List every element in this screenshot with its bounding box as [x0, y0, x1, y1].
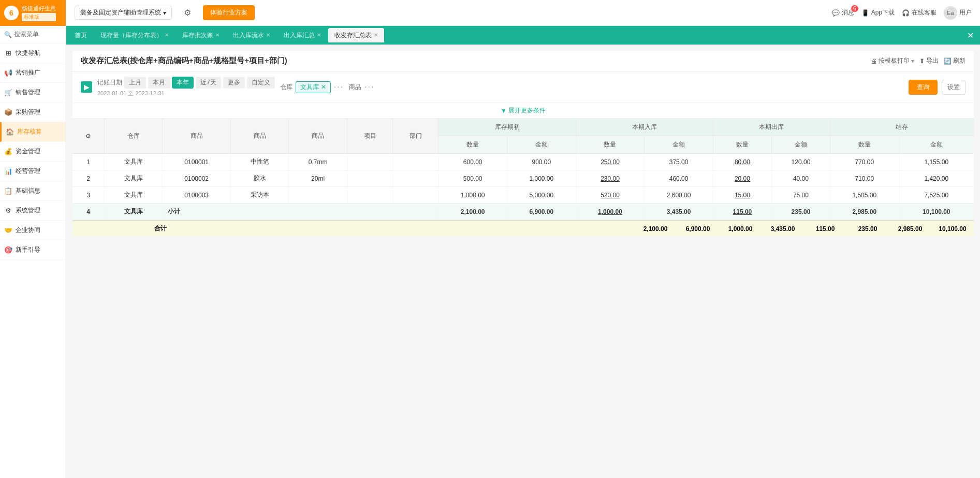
refresh-icon: 🔄 — [944, 57, 952, 65]
warehouse-tag[interactable]: 文具库 ✕ — [296, 81, 331, 93]
row3-in-qty-link[interactable]: 520.00 — [601, 192, 620, 199]
tab-home[interactable]: 首页 — [68, 28, 93, 42]
date-btn-this-month[interactable]: 本月 — [148, 77, 170, 89]
row2-spec: 20ml — [289, 170, 347, 187]
row2-bal-amt: 1,420.00 — [899, 170, 974, 187]
online-service-btn[interactable]: 🎧 在线客服 — [902, 8, 937, 17]
user-btn[interactable]: Ea 用户 — [944, 6, 972, 20]
tabbar: 首页 现存量（库存分布表） ✕ 库存批次账 ✕ 出入库流水 ✕ 出入库汇总 ✕ … — [66, 26, 980, 45]
app-download-btn[interactable]: 📱 App下载 — [861, 8, 895, 17]
refresh-btn[interactable]: 🔄 刷新 — [944, 56, 966, 65]
subtotal-in-qty-link[interactable]: 1,000.00 — [598, 208, 622, 215]
sidebar-item-guide[interactable]: 🎯 新手引导 — [0, 240, 66, 260]
warehouse-dots-btn[interactable]: ··· — [334, 82, 344, 92]
row1-code: 0100001 — [162, 154, 231, 170]
expand-conditions-btn[interactable]: ▼ 展开更多条件 — [501, 106, 546, 115]
row1-project — [347, 154, 393, 170]
row2-in-qty-link[interactable]: 230.00 — [601, 175, 620, 182]
sidebar-item-finance[interactable]: 💰 资金管理 — [0, 142, 66, 162]
row3-out-qty[interactable]: 15.00 — [713, 187, 771, 204]
tab-inventory-dist[interactable]: 现存量（库存分布表） ✕ — [94, 28, 175, 42]
sidebar-item-inventory[interactable]: 🏠 库存核算 — [0, 122, 66, 142]
date-btn-7days[interactable]: 近7天 — [196, 77, 221, 89]
date-btn-this-year[interactable]: 本年 — [172, 77, 194, 89]
tabbar-close-btn[interactable]: ✕ — [963, 28, 978, 42]
col-out-header: 本期出库 — [713, 119, 830, 136]
guide-icon: 🎯 — [4, 246, 12, 254]
date-filter-row: 记账日期 上月 本月 本年 近7天 更多 自定义 — [97, 77, 275, 89]
row3-bal-qty: 1,505.00 — [830, 187, 899, 204]
tab-inventory-dist-close[interactable]: ✕ — [165, 33, 169, 38]
date-btn-custom[interactable]: 自定义 — [247, 77, 275, 89]
expand-arrow-icon: ▼ — [501, 107, 507, 114]
message-btn[interactable]: 💬 消息 6 — [832, 8, 854, 17]
row2-out-qty-link[interactable]: 20.00 — [735, 175, 750, 182]
topbar-right: 💬 消息 6 📱 App下载 🎧 在线客服 Ea 用户 — [832, 6, 972, 20]
col-warehouse-header: 仓库 — [105, 119, 163, 154]
row2-in-qty[interactable]: 230.00 — [576, 170, 645, 187]
sidebar-item-label: 新手引导 — [16, 245, 40, 254]
col-settings-header[interactable]: ⚙ — [72, 119, 105, 154]
tab-summary-in-out-close[interactable]: ✕ — [317, 33, 321, 38]
date-btn-last-month[interactable]: 上月 — [124, 77, 146, 89]
tab-flow[interactable]: 出入库流水 ✕ — [227, 28, 276, 42]
operation-icon: 📊 — [4, 167, 12, 176]
tab-batch[interactable]: 库存批次账 ✕ — [176, 28, 226, 42]
system-icon: ⚙ — [4, 207, 12, 215]
tab-batch-close[interactable]: ✕ — [215, 33, 220, 38]
col-bal-header: 结存 — [830, 119, 974, 136]
subtotal-in-qty[interactable]: 1,000.00 — [576, 204, 645, 220]
row2-bal-qty: 710.00 — [830, 170, 899, 187]
refresh-label: 刷新 — [953, 56, 966, 65]
experience-btn[interactable]: 体验行业方案 — [203, 5, 255, 20]
export-btn[interactable]: ⬆ 导出 — [919, 56, 939, 65]
date-filter-group: 记账日期 上月 本月 本年 近7天 更多 自定义 2023-01-01 至 20… — [97, 77, 275, 97]
row1-out-qty-link[interactable]: 80.00 — [735, 158, 750, 166]
tab-receipt-summary[interactable]: 收发存汇总表 ✕ — [328, 28, 384, 42]
subtotal-out-qty[interactable]: 115.00 — [713, 204, 771, 220]
row2-name: 胶水 — [231, 170, 289, 187]
subtotal-label: 小计 — [162, 204, 438, 220]
print-chevron-icon: ▾ — [911, 57, 914, 65]
row2-out-qty[interactable]: 20.00 — [713, 170, 771, 187]
row1-out-qty[interactable]: 80.00 — [713, 154, 771, 170]
subtotal-bal-amt: 10,100.00 — [899, 204, 974, 220]
sidebar-item-system[interactable]: ⚙ 系统管理 — [0, 201, 66, 221]
system-name: 装备及固定资产辅助管理系统 — [80, 8, 161, 17]
row1-in-qty-link[interactable]: 250.00 — [601, 158, 620, 166]
set-btn[interactable]: 设置 — [942, 80, 966, 95]
filter-toggle-btn[interactable]: ▶ — [81, 81, 92, 93]
gear-button[interactable]: ⚙ — [180, 6, 195, 20]
sidebar-item-enterprise[interactable]: 🤝 企业协同 — [0, 221, 66, 240]
warehouse-tag-close[interactable]: ✕ — [321, 83, 326, 91]
search-menu[interactable]: 🔍 搜索菜单 — [0, 26, 66, 44]
system-select[interactable]: 装备及固定资产辅助管理系统 ▾ — [75, 6, 172, 20]
goods-dots-btn[interactable]: ··· — [364, 82, 374, 92]
sidebar-item-sales[interactable]: 🛒 销售管理 — [0, 83, 66, 103]
tab-receipt-summary-close[interactable]: ✕ — [374, 33, 378, 38]
sidebar-item-basic[interactable]: 📋 基础信息 — [0, 181, 66, 201]
row3-out-qty-link[interactable]: 15.00 — [735, 192, 750, 199]
sidebar-item-operation[interactable]: 📊 经营管理 — [0, 162, 66, 181]
date-btn-more[interactable]: 更多 — [223, 77, 245, 89]
query-btn[interactable]: 查询 — [909, 80, 938, 95]
tab-summary-in-out[interactable]: 出入库汇总 ✕ — [277, 28, 327, 42]
print-btn[interactable]: 🖨 按模板打印 ▾ — [871, 56, 914, 65]
goods-filter-group: 商品 ··· — [349, 82, 374, 92]
subtotal-out-qty-link[interactable]: 115.00 — [733, 208, 752, 215]
data-table: ⚙ 仓库 商品 商品 商品 项目 部门 库存期初 本期入库 本期出库 结存 数量 — [72, 119, 974, 220]
row3-code: 0100003 — [162, 187, 231, 204]
row1-in-qty[interactable]: 250.00 — [576, 154, 645, 170]
table-settings-icon[interactable]: ⚙ — [85, 133, 91, 140]
logo-text: 畅捷通好生意 标准版 — [22, 5, 56, 21]
sidebar-item-marketing[interactable]: 📢 营销推广 — [0, 63, 66, 83]
tab-flow-close[interactable]: ✕ — [266, 33, 270, 38]
marketing-icon: 📢 — [4, 69, 12, 77]
sidebar-item-purchase[interactable]: 📦 采购管理 — [0, 103, 66, 122]
subtotal-bal-qty: 2,985.00 — [830, 204, 899, 220]
sidebar-item-quick-nav[interactable]: ⊞ 快捷导航 — [0, 44, 66, 63]
user-label: 用户 — [959, 8, 972, 17]
sales-icon: 🛒 — [4, 89, 12, 97]
footer-in-qty: 1,000.00 — [719, 225, 762, 233]
row3-in-qty[interactable]: 520.00 — [576, 187, 645, 204]
